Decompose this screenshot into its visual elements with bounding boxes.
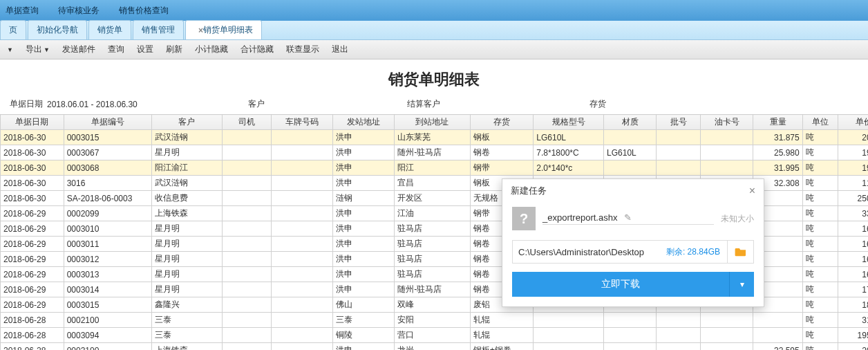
column-header[interactable]: 批号: [657, 115, 701, 130]
close-icon[interactable]: ×: [749, 185, 755, 197]
cell: 龙岩: [395, 343, 470, 351]
column-header[interactable]: 重量: [753, 115, 802, 130]
cell: [222, 176, 271, 191]
toolbar-button[interactable]: 合计隐藏: [240, 44, 274, 55]
path-input[interactable]: C:\Users\Administrator\Desktop: [513, 247, 659, 257]
tab-close-icon[interactable]: ×: [198, 26, 203, 35]
cell: 0003094: [64, 328, 151, 343]
table-row[interactable]: 2018-06-280003100上海铁森洪申龙岩钢板+钢卷32.595吨200…: [1, 343, 869, 351]
column-header[interactable]: 客户: [151, 115, 222, 130]
column-header[interactable]: 到站地址: [395, 115, 470, 130]
cell: 3016: [64, 176, 151, 191]
table-row[interactable]: 2018-06-300003068阳江渝江洪申阳江钢带2.0*140*c31.9…: [1, 160, 869, 176]
cell: 钢板: [470, 130, 534, 145]
filter-stock-label: 存货: [589, 98, 606, 110]
cell: [657, 160, 701, 176]
cell: LG610L: [534, 130, 604, 145]
menu-item[interactable]: 销售价格查询: [119, 5, 169, 17]
pencil-icon[interactable]: ✎: [624, 212, 632, 223]
cell: [272, 191, 333, 206]
cell: [657, 130, 701, 145]
cell: 314.78: [838, 313, 868, 328]
cell: 驻马店: [395, 237, 470, 252]
toolbar-button[interactable]: 联查显示: [286, 44, 319, 55]
cell: 洪申: [333, 130, 395, 145]
cell: 0002100: [64, 313, 151, 328]
table-row[interactable]: 2018-06-280003094三泰铜陵营口轧辊吨1950.698.: [1, 328, 869, 343]
toolbar-caret-left[interactable]: ▼: [6, 46, 13, 53]
toolbar-button[interactable]: 发送邮件: [62, 44, 95, 55]
file-row: ? _exportreport.ashx ✎ 未知大小: [512, 207, 754, 230]
cell: [272, 343, 333, 351]
toolbar-button[interactable]: 设置: [137, 44, 153, 55]
cell: [272, 328, 333, 343]
toolbar-button[interactable]: 刷新: [166, 44, 182, 55]
tab[interactable]: ×销货单明细表: [185, 20, 262, 39]
tab-label: 销货单明细表: [203, 24, 253, 36]
cell: [222, 206, 271, 221]
column-header[interactable]: 油卡号: [701, 115, 753, 130]
cell: 2018-06-30: [1, 145, 64, 160]
tab-label: 销售管理: [142, 24, 175, 36]
cell: [222, 328, 271, 343]
cell: 0003015: [64, 297, 151, 313]
toolbar-button[interactable]: 退出: [332, 44, 348, 55]
cell: 宜昌: [395, 176, 470, 191]
column-header[interactable]: 单位: [802, 115, 838, 130]
tab[interactable]: 销售管理: [133, 20, 184, 39]
file-type-icon: ?: [512, 207, 536, 230]
chevron-down-icon: ▼: [7, 46, 13, 53]
cell: 2500.00: [838, 191, 868, 206]
toolbar-button[interactable]: 小计隐藏: [195, 44, 228, 55]
filename-input[interactable]: _exportreport.ashx ✎: [542, 212, 714, 225]
download-dialog: 新建任务 × ? _exportreport.ashx ✎ 未知大小 C:\Us…: [502, 178, 764, 307]
tab-strip: 页初始化导航销货单销售管理×销货单明细表: [0, 21, 868, 40]
cell: 2018-06-28: [1, 313, 64, 328]
column-header[interactable]: 车牌号码: [272, 115, 333, 130]
cell: [272, 130, 333, 145]
cell: 钢带: [470, 160, 534, 176]
cell: 199.07: [838, 160, 868, 176]
cell: 钢卷: [470, 145, 534, 160]
path-row: C:\Users\Administrator\Desktop 剩余: 28.84…: [512, 240, 754, 264]
menu-item[interactable]: 待审核业务: [58, 5, 100, 17]
column-header[interactable]: 司机: [222, 115, 271, 130]
column-header[interactable]: 单价: [838, 115, 868, 130]
table-row[interactable]: 2018-06-280002100三泰三泰安阳轧辊吨314.788.: [1, 313, 869, 328]
menu-item[interactable]: 单据查询: [6, 5, 39, 17]
file-size: 未知大小: [721, 213, 754, 225]
cell: 吨: [802, 313, 838, 328]
tab[interactable]: 初始化导航: [28, 20, 87, 39]
filter-customer-label: 客户: [248, 98, 265, 110]
cell: 0003015: [64, 130, 151, 145]
cell: 0003011: [64, 237, 151, 252]
download-row: 立即下载 ▾: [512, 272, 754, 297]
table-row[interactable]: 2018-06-300003067星月明洪申随州-驻马店钢卷7.8*1800*C…: [1, 145, 869, 160]
tab[interactable]: 销货单: [88, 20, 131, 39]
browse-folder-button[interactable]: [727, 241, 753, 263]
cell: 0003068: [64, 160, 151, 176]
cell: 2018-06-29: [1, 282, 64, 297]
cell: 吨: [802, 297, 838, 313]
cell: 2.0*140*c: [534, 160, 604, 176]
tab-label: 页: [9, 24, 17, 36]
cell: [657, 145, 701, 160]
column-header[interactable]: 单据编号: [64, 115, 151, 130]
cell: 2018-06-29: [1, 297, 64, 313]
cell: 160.00: [838, 221, 868, 237]
download-dropdown[interactable]: ▾: [729, 272, 754, 297]
column-header[interactable]: 规格型号: [534, 115, 604, 130]
toolbar-button[interactable]: 导出▼: [26, 44, 50, 55]
cell: 洪申: [333, 343, 395, 351]
column-header[interactable]: 发站地址: [333, 115, 395, 130]
column-header[interactable]: 单据日期: [1, 115, 64, 130]
tab[interactable]: 页: [0, 20, 26, 39]
toolbar-button[interactable]: 查询: [108, 44, 124, 55]
download-button[interactable]: 立即下载: [512, 272, 729, 297]
cell: 铜陵: [333, 328, 395, 343]
column-header[interactable]: 材质: [604, 115, 657, 130]
cell: 25.980: [753, 145, 802, 160]
column-header[interactable]: 存货: [470, 115, 534, 130]
cell: 31.995: [753, 160, 802, 176]
table-row[interactable]: 2018-06-300003015武汉涟钢洪申山东莱芜钢板LG610L31.87…: [1, 130, 869, 145]
